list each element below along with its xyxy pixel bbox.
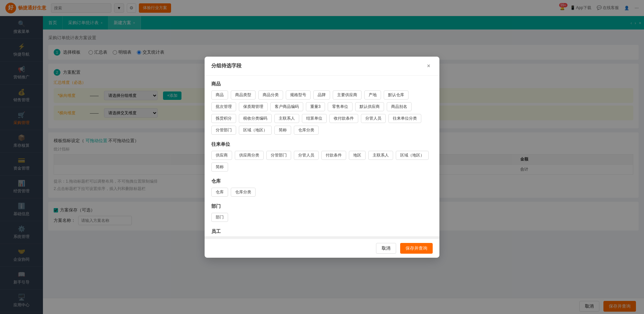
field-tag-manage-dept[interactable]: 分管部门 bbox=[211, 126, 236, 135]
field-tags-product: 商品 商品类型 商品分类 规格型号 品牌 主要供应商 产地 默认仓库 批次管理 … bbox=[211, 90, 433, 135]
field-tag-partner-staff[interactable]: 分管人员 bbox=[294, 151, 319, 160]
modal-save-button[interactable]: 保存并查询 bbox=[400, 243, 433, 254]
modal-close-button[interactable]: × bbox=[425, 62, 433, 70]
field-tag-partner-contact[interactable]: 主联系人 bbox=[368, 151, 393, 160]
field-tag-default-supplier[interactable]: 默认供应商 bbox=[355, 102, 384, 111]
field-group-product: 商品 商品 商品类型 商品分类 规格型号 品牌 主要供应商 产地 默认仓库 批次… bbox=[211, 81, 433, 135]
field-tag-customer-product-code[interactable]: 客户商品编码 bbox=[270, 102, 303, 111]
field-tag-partner-payment[interactable]: 付款条件 bbox=[321, 151, 346, 160]
field-tag-tax-code[interactable]: 税收分类编码 bbox=[239, 114, 272, 123]
modal-footer: 取消 保存并查询 bbox=[205, 239, 439, 258]
field-tag-retail-unit[interactable]: 零售单位 bbox=[328, 102, 353, 111]
field-tag-settlement-unit[interactable]: 结算单位 bbox=[302, 114, 327, 123]
field-tag-product-alias[interactable]: 商品别名 bbox=[387, 102, 412, 111]
field-tag-main-supplier[interactable]: 主要供应商 bbox=[333, 90, 362, 100]
field-tag-expiry-mgmt[interactable]: 保质期管理 bbox=[239, 102, 268, 111]
field-tag-supplier-category[interactable]: 供应商分类 bbox=[235, 151, 264, 160]
field-tag-short-name[interactable]: 简称 bbox=[274, 126, 291, 135]
field-tag-pick-points[interactable]: 拣货积分 bbox=[211, 114, 236, 123]
field-group-dept: 部门 部门 bbox=[211, 203, 433, 222]
field-tag-default-warehouse[interactable]: 默认仓库 bbox=[384, 90, 409, 100]
field-tag-batch-mgmt[interactable]: 批次管理 bbox=[211, 102, 236, 111]
modal-cancel-button[interactable]: 取消 bbox=[376, 243, 396, 254]
field-select-modal: 分组待选字段 × 商品 商品 商品类型 商品分类 规格型号 品牌 主要供应商 产… bbox=[205, 57, 439, 258]
field-tag-warehouse-category[interactable]: 仓库分类 bbox=[294, 126, 319, 135]
field-group-warehouse-title: 仓库 bbox=[211, 178, 433, 184]
field-tags-warehouse: 仓库 仓库分类 bbox=[211, 188, 433, 197]
field-tag-dept[interactable]: 部门 bbox=[211, 213, 228, 222]
field-tags-dept: 部门 bbox=[211, 213, 433, 222]
field-group-partner: 往来单位 供应商 供应商分类 分管部门 分管人员 付款条件 地区 主联系人 区域… bbox=[211, 141, 433, 172]
field-group-dept-title: 部门 bbox=[211, 203, 433, 209]
field-tag-manager-staff[interactable]: 分管人员 bbox=[361, 114, 386, 123]
field-tag-warehouse-cat[interactable]: 仓库分类 bbox=[231, 188, 256, 197]
field-tag-spec-model[interactable]: 规格型号 bbox=[286, 90, 311, 100]
field-tag-region[interactable]: 区域（地区） bbox=[239, 126, 272, 135]
field-tags-partner: 供应商 供应商分类 分管部门 分管人员 付款条件 地区 主联系人 区域（地区） … bbox=[211, 151, 433, 172]
field-tag-partner-region[interactable]: 地区 bbox=[349, 151, 366, 160]
modal-body: 商品 商品 商品类型 商品分类 规格型号 品牌 主要供应商 产地 默认仓库 批次… bbox=[205, 76, 439, 237]
field-group-partner-title: 往来单位 bbox=[211, 141, 433, 147]
field-group-product-title: 商品 bbox=[211, 81, 433, 87]
field-tag-product-category[interactable]: 商品分类 bbox=[258, 90, 283, 100]
field-tag-origin[interactable]: 产地 bbox=[364, 90, 381, 100]
field-group-staff: 员工 业务员 bbox=[211, 229, 433, 237]
modal-overlay: 分组待选字段 × 商品 商品 商品类型 商品分类 规格型号 品牌 主要供应商 产… bbox=[0, 0, 644, 314]
field-tag-weight3[interactable]: 重量3 bbox=[306, 102, 325, 111]
modal-title: 分组待选字段 bbox=[211, 63, 241, 69]
field-tag-partner-area[interactable]: 区域（地区） bbox=[396, 151, 429, 160]
field-tag-partner-short[interactable]: 简称 bbox=[211, 163, 228, 172]
field-group-warehouse: 仓库 仓库 仓库分类 bbox=[211, 178, 433, 197]
field-group-staff-title: 员工 bbox=[211, 229, 433, 235]
field-tag-partner-dept[interactable]: 分管部门 bbox=[266, 151, 291, 160]
field-tag-warehouse[interactable]: 仓库 bbox=[211, 188, 228, 197]
field-tag-partner-category[interactable]: 往来单位分类 bbox=[388, 114, 421, 123]
field-tag-payment-terms[interactable]: 收付款条件 bbox=[329, 114, 358, 123]
field-tag-product[interactable]: 商品 bbox=[211, 90, 228, 100]
modal-header: 分组待选字段 × bbox=[205, 57, 439, 76]
field-tag-brand[interactable]: 品牌 bbox=[313, 90, 330, 100]
field-tag-supplier[interactable]: 供应商 bbox=[211, 151, 232, 160]
field-tag-product-type[interactable]: 商品类型 bbox=[231, 90, 256, 100]
field-tag-main-contact[interactable]: 主联系人 bbox=[274, 114, 299, 123]
